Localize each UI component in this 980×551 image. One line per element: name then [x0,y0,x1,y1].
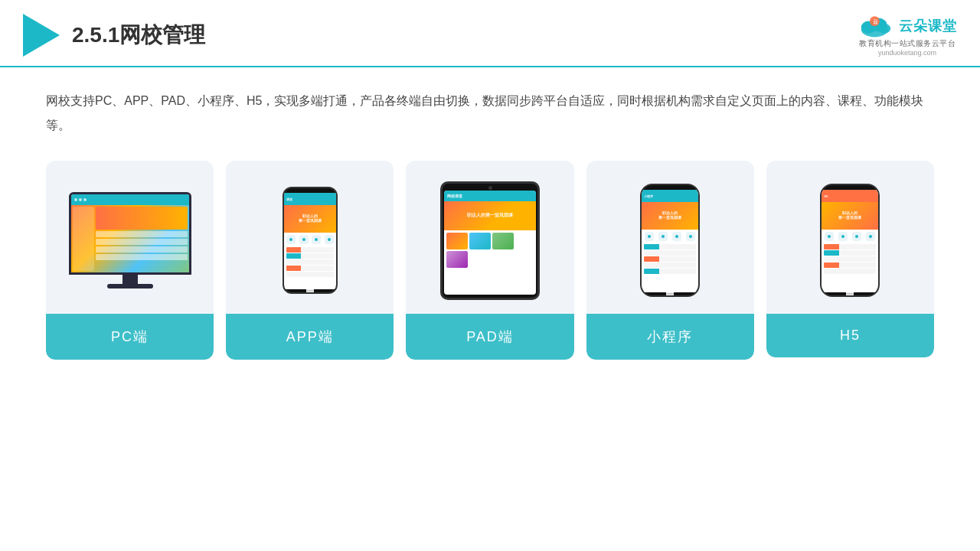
card-app: 课堂 职达人的第一堂巩固课 [226,161,394,360]
cloud-icon: 云 [858,14,894,38]
card-h5-label: H5 [766,314,934,357]
card-miniapp: 小程序 职达人的第一堂巩固课 [586,161,754,360]
brand-url: yunduoketang.com [878,49,936,57]
svg-point-3 [878,24,890,34]
card-pc-label: PC端 [46,314,214,360]
card-pad-label: PAD端 [406,314,573,360]
phone-app-mockup: 课堂 职达人的第一堂巩固课 [283,187,338,294]
header: 2.5.1网校管理 云 云朵课堂 教育机构一站式服务云平台 yunduoketa… [0,0,980,67]
header-left: 2.5.1网校管理 [23,14,205,57]
phone-miniapp-mockup: 小程序 职达人的第一堂巩固课 [640,184,700,297]
card-app-label: APP端 [226,314,394,360]
pad-image-area: 网校课堂 职达人的第一堂巩固课 [406,161,573,314]
phone-h5-screen: H5 职达人的第一堂巩固课 [822,190,878,292]
content-area: 网校支持PC、APP、PAD、小程序、H5，实现多端打通，产品各终端自由切换，数… [0,67,980,375]
phone-notch [301,188,319,193]
phone-screen: 课堂 职达人的第一堂巩固课 [284,193,336,289]
phone-notch-h5 [841,185,859,190]
phone-notch-miniapp [661,185,679,190]
monitor-body [69,192,191,275]
cards-row: PC端 课堂 职达人的第一堂巩固课 [46,161,934,360]
tablet-mockup: 网校课堂 职达人的第一堂巩固课 [440,181,540,300]
miniapp-image-area: 小程序 职达人的第一堂巩固课 [586,161,754,314]
pc-monitor [69,192,191,289]
phone-miniapp-screen: 小程序 职达人的第一堂巩固课 [642,190,698,292]
card-h5: H5 职达人的第一堂巩固课 [766,161,934,357]
brand-name: 云朵课堂 [899,17,957,35]
h5-image-area: H5 职达人的第一堂巩固课 [766,161,934,314]
tablet-screen: 网校课堂 职达人的第一堂巩固课 [444,191,536,295]
monitor-screen [71,194,189,272]
svg-text:云: 云 [873,18,878,25]
card-miniapp-label: 小程序 [586,314,754,360]
page-title: 2.5.1网校管理 [72,21,205,50]
brand-cloud: 云 云朵课堂 [858,14,957,38]
description-text: 网校支持PC、APP、PAD、小程序、H5，实现多端打通，产品各终端自由切换，数… [46,89,934,138]
card-pad: 网校课堂 职达人的第一堂巩固课 [406,161,573,360]
tablet-camera [488,186,492,190]
phone-h5-mockup: H5 职达人的第一堂巩固课 [820,184,880,297]
brand-logo: 云 云朵课堂 教育机构一站式服务云平台 yunduoketang.com [858,14,957,57]
brand-tagline: 教育机构一站式服务云平台 [859,38,956,49]
logo-triangle-icon [23,14,60,57]
pc-image-area [46,161,214,314]
app-image-area: 课堂 职达人的第一堂巩固课 [226,161,394,314]
card-pc: PC端 [46,161,214,360]
